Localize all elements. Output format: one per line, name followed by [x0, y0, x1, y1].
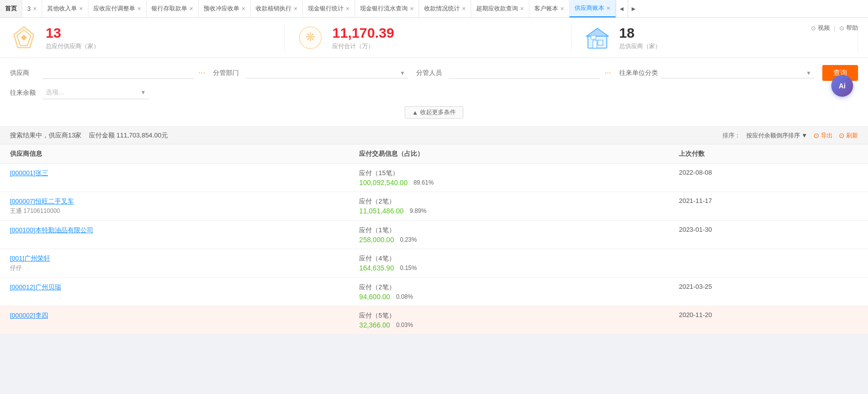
filter-balance-label: 往来余额 [10, 88, 40, 97]
collapse-label: 收起更多条件 [420, 108, 456, 117]
svg-rect-7 [598, 40, 603, 45]
supplier-info-cell: [000100]本特勤油品有限公司 [0, 221, 349, 249]
nav-item-collection-exec[interactable]: 收款核销执行 ✕ [251, 0, 303, 17]
nav-other-income-close[interactable]: ✕ [79, 6, 83, 11]
refresh-button[interactable]: ⊙ 刷新 [839, 131, 858, 140]
nav-item-supplier-ledger[interactable]: 供应商账本 ✕ [570, 0, 616, 17]
nav-next-button[interactable]: ▶ [628, 0, 640, 17]
stats-bar: ◆ 13 总应付供应商（家） ❋ 11,170.39 应付合计（万） [0, 18, 868, 58]
ap-amount[interactable]: 11,051,486.00 [359, 207, 404, 215]
export-icon: ⊙ [813, 131, 819, 139]
diamond-icon: ◆ [10, 24, 38, 52]
refresh-icon: ⊙ [839, 131, 845, 139]
supplier-input[interactable] [43, 67, 194, 79]
ap-label: 应付（2笔） [359, 197, 659, 206]
supplier-link[interactable]: [001]广州荣轩 [10, 255, 50, 262]
nav-ar-ap-adjust-close[interactable]: ✕ [137, 6, 141, 11]
person-input[interactable] [449, 67, 600, 79]
col-last-payment: 上次付数 [669, 144, 848, 164]
help-link[interactable]: 帮助 [846, 24, 858, 32]
export-button[interactable]: ⊙ 导出 [813, 131, 833, 140]
dept-select[interactable]: ▼ [246, 68, 408, 78]
nav-item-overdue-ar[interactable]: 超期应收款查询 ✕ [471, 0, 529, 17]
ap-amount[interactable]: 94,600.00 [359, 293, 390, 301]
balance-chevron-icon: ▼ [141, 89, 146, 95]
collapse-button[interactable]: ▲ 收起更多条件 [405, 106, 463, 119]
sort-label: 排序： [723, 131, 740, 140]
nav-item-cash-bank-stat[interactable]: 现金银行统计 ✕ [303, 0, 355, 17]
supplier-dots-icon[interactable]: ··· [199, 68, 205, 77]
category-select[interactable]: ▼ [661, 68, 814, 78]
last-payment-date: 2022-08-08 [679, 169, 712, 176]
nav-other-income-label: 其他收入单 [47, 4, 77, 13]
table-row: [001]广州荣轩仔仔应付（4笔）164,635.900.15% [0, 249, 868, 278]
refresh-label: 刷新 [846, 131, 858, 140]
supplier-link[interactable]: [000007]恒旺二手叉车 [10, 197, 74, 205]
supplier-link[interactable]: [000012]广州贝瑞 [10, 283, 61, 291]
nav-collection-exec-label: 收款核销执行 [256, 4, 291, 13]
nav-item-other-income[interactable]: 其他收入单 ✕ [42, 0, 88, 17]
supplier-info-cell: [000002]李四 [0, 306, 349, 334]
nav-item-cash-flow-query[interactable]: 现金银行流水查询 ✕ [355, 0, 419, 17]
video-link[interactable]: 视频 [818, 24, 830, 32]
nav-item-customer-ledger[interactable]: 客户账本 ✕ [529, 0, 570, 17]
svg-rect-6 [593, 40, 597, 48]
nav-item-tab3[interactable]: 3 ✕ [22, 0, 42, 17]
nav-collection-stat-close[interactable]: ✕ [462, 6, 466, 11]
total-suppliers-value: 18 [619, 25, 661, 41]
store-icon [583, 24, 611, 52]
sort-select[interactable]: 按应付余额倒序排序 ▼ [746, 131, 807, 140]
nav-item-home[interactable]: 首页 [0, 0, 22, 17]
nav-cash-bank-stat-close[interactable]: ✕ [346, 6, 350, 11]
nav-tab3-close[interactable]: ✕ [33, 6, 37, 11]
balance-select[interactable]: 选项... ▼ [43, 86, 149, 99]
result-summary: 搜索结果中，供应商13家 应付金额 111,703,854.00元 [10, 131, 168, 140]
top-right-links: ⊙ 视频 | ⊙ 帮助 Ai [811, 24, 858, 32]
nav-bar: 首页 3 ✕ 其他收入单 ✕ 应收应付调整单 ✕ 银行存取款单 ✕ 预收冲应收单… [0, 0, 868, 18]
nav-supplier-ledger-label: 供应商账本 [575, 4, 604, 12]
table-row: [000001]张三应付（15笔）100,092,540.0089.61%202… [0, 164, 868, 192]
extra-cell [848, 221, 868, 249]
extra-cell [848, 306, 868, 334]
ap-amount[interactable]: 100,092,540.00 [359, 179, 407, 187]
nav-supplier-ledger-close[interactable]: ✕ [606, 5, 610, 11]
nav-item-prepay-ar[interactable]: 预收冲应收单 ✕ [199, 0, 251, 17]
nav-item-collection-stat[interactable]: 收款情况统计 ✕ [419, 0, 471, 17]
supplier-link[interactable]: [000002]李四 [10, 312, 48, 319]
filter-supplier-label: 供应商 [10, 68, 40, 77]
nav-prev-button[interactable]: ◀ [616, 0, 628, 17]
supplier-link[interactable]: [000001]张三 [10, 169, 48, 177]
result-amount-value: 111,703,854.00元 [117, 131, 168, 139]
last-payment-cell: 2022-08-08 [669, 164, 848, 192]
result-bar: 搜索结果中，供应商13家 应付金额 111,703,854.00元 排序： 按应… [0, 127, 868, 144]
supplier-link[interactable]: [000100]本特勤油品有限公司 [10, 226, 93, 234]
nav-customer-ledger-label: 客户账本 [534, 4, 558, 13]
col-ap-transaction: 应付交易信息（占比） [349, 144, 669, 164]
ap-transaction-cell: 应付（5笔）32,366.000.03% [349, 306, 669, 334]
ap-amount[interactable]: 32,366.00 [359, 321, 390, 329]
filter-category-label: 往来单位分类 [619, 68, 658, 77]
nav-cash-flow-query-close[interactable]: ✕ [410, 6, 414, 11]
nav-bank-deposit-close[interactable]: ✕ [189, 6, 193, 11]
extra-cell [848, 192, 868, 221]
col-supplier-info: 供应商信息 [0, 144, 349, 164]
supplier-info-cell: [000007]恒旺二手叉车王通 17106110000 [0, 192, 349, 221]
nav-customer-ledger-close[interactable]: ✕ [560, 6, 564, 11]
person-dots-icon[interactable]: ··· [605, 68, 611, 77]
extra-cell [848, 249, 868, 278]
filter-category: 往来单位分类 ▼ [619, 68, 814, 78]
nav-ar-ap-adjust-label: 应收应付调整单 [93, 4, 135, 13]
ap-suppliers-label: 总应付供应商（家） [46, 42, 99, 51]
balance-select-placeholder: 选项... [46, 88, 64, 97]
nav-item-ar-ap-adjust[interactable]: 应收应付调整单 ✕ [88, 0, 146, 17]
ap-amount[interactable]: 164,635.90 [359, 264, 394, 272]
ap-amount-value: 11,170.39 [332, 25, 394, 42]
nav-item-bank-deposit[interactable]: 银行存取款单 ✕ [146, 0, 199, 17]
nav-prepay-ar-close[interactable]: ✕ [241, 6, 245, 11]
nav-collection-exec-close[interactable]: ✕ [293, 6, 297, 11]
table-header-row: 供应商信息 应付交易信息（占比） 上次付数 [0, 144, 868, 164]
nav-overdue-ar-close[interactable]: ✕ [520, 6, 524, 11]
nav-prepay-ar-label: 预收冲应收单 [204, 4, 239, 13]
ai-button[interactable]: Ai [831, 75, 853, 97]
ap-amount[interactable]: 258,000.00 [359, 236, 394, 244]
